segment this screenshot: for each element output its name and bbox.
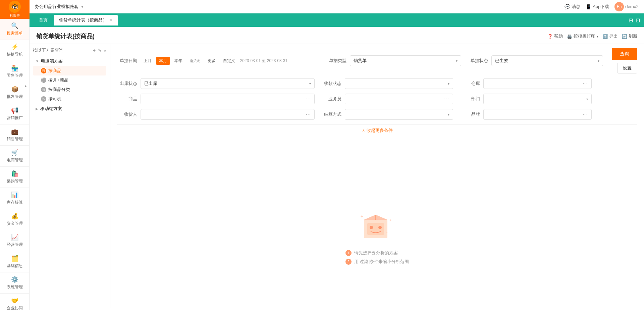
export-icon: ⬆️ <box>602 34 608 39</box>
sidebar-item-label: 批发管理 <box>7 94 23 100</box>
tab-sales-stat[interactable]: 销货单统计表（按商品） ✕ <box>54 15 118 25</box>
sidebar-item-sales[interactable]: 💼 销售管理 <box>0 124 29 146</box>
svg-text:✦: ✦ <box>386 231 388 234</box>
avatar: Ea <box>614 2 624 11</box>
scheme-item-label: 按商品分类 <box>48 87 70 93</box>
product-input[interactable]: ··· <box>141 94 315 104</box>
system-icon: ⚙️ <box>11 276 18 283</box>
product-dots-icon[interactable]: ··· <box>306 96 311 102</box>
filter-row-4: 收货人 ··· 结算方式 ▾ <box>117 109 637 120</box>
settle-method-input[interactable]: ▾ <box>345 109 453 120</box>
sidebar-item-enterprise[interactable]: 🤝 企业协同 <box>0 294 29 310</box>
tab-close-icon[interactable]: ✕ <box>109 18 112 22</box>
sidebar-item-ecom[interactable]: 🛒 电商管理 <box>0 146 29 167</box>
scheme-item-icon: 按 <box>41 96 46 102</box>
sidebar-item-quick-nav[interactable]: ⚡ 快捷导航 <box>0 40 29 61</box>
filter-date-group: 上月 本月 本年 近7天 更多 自定义 2023-03-01 至 2023-03… <box>141 57 320 65</box>
refresh-button[interactable]: 🔄 刷新 <box>622 33 637 39</box>
app-download-label: App下载 <box>593 4 609 10</box>
sidebar-item-label: 销售管理 <box>7 136 23 142</box>
tab-maximize-icon[interactable]: ⊡ <box>636 17 640 23</box>
sidebar-item-purchase[interactable]: 🛍️ 采购管理 <box>0 167 29 188</box>
scheme-add-icon[interactable]: + <box>93 48 96 53</box>
page-container: 销货单统计表(按商品) ❓ 帮助 🖨️ 按模板打印 ▾ ⬆️ 导出 <box>30 27 644 310</box>
sidebar-item-inventory[interactable]: 📊 库存核算 <box>0 188 29 209</box>
date-btn-7days[interactable]: 近7天 <box>187 57 203 65</box>
sidebar-item-finance[interactable]: 💰 资金管理 <box>0 209 29 230</box>
date-btn-this-year[interactable]: 本年 <box>171 57 185 65</box>
help-button[interactable]: ❓ 帮助 <box>547 33 563 39</box>
sidebar-item-marketing[interactable]: 📢 营销推广 <box>0 103 29 124</box>
brand-dots-icon[interactable]: ··· <box>583 111 588 117</box>
sidebar-item-wholesale[interactable]: 📦 批发管理 ▲ <box>0 82 29 103</box>
logo[interactable]: 🐯 标限贷 <box>0 0 30 19</box>
header-dropdown-icon[interactable]: ▾ <box>81 4 84 9</box>
empty-tip-2-num: 2 <box>345 259 352 265</box>
scheme-item-by-driver[interactable]: 按 按司机 <box>33 94 106 104</box>
scheme-group-mobile: ▶ 移动端方案 <box>33 104 106 114</box>
scheme-item-by-month-product[interactable]: 按月 按月+商品 <box>33 75 106 85</box>
sidebar-item-label: 快捷导航 <box>7 52 23 57</box>
svg-text:✦: ✦ <box>389 218 392 222</box>
doc-type-input[interactable]: 销货单 ▾ <box>350 55 462 66</box>
out-status-input[interactable]: 已出库 ▾ <box>141 78 315 89</box>
receive-status-input[interactable]: ▾ <box>345 78 453 89</box>
sidebar-item-system[interactable]: ⚙️ 系统管理 <box>0 272 29 294</box>
scheme-edit-icon[interactable]: ✎ <box>98 48 102 53</box>
scheme-group-mobile-header[interactable]: ▶ 移动端方案 <box>33 104 106 114</box>
filter-receive-status: 收款状态 ▾ <box>321 78 453 89</box>
date-btn-custom[interactable]: 自定义 <box>220 57 238 65</box>
scheme-item-by-category[interactable]: 按 按商品分类 <box>33 85 106 94</box>
content-area: 销货单统计表(按商品) ❓ 帮助 🖨️ 按模板打印 ▾ ⬆️ 导出 <box>30 27 644 310</box>
empty-tips: 1 请先选择要分析的方案 2 用[过滤]条件来缩小分析范围 <box>345 250 409 265</box>
sidebar-item-search[interactable]: 🔍 搜索菜单 <box>0 19 29 40</box>
app-download-button[interactable]: 📱 App下载 <box>586 4 609 10</box>
template-print-button[interactable]: 🖨️ 按模板打印 ▾ <box>567 33 598 39</box>
collapse-bar[interactable]: ∧ 收起更多条件 <box>117 124 637 136</box>
scheme-item-icon-by-product: 按 <box>41 68 46 73</box>
query-button[interactable]: 查询 <box>612 48 637 60</box>
scheme-group-pc-header[interactable]: ▼ 电脑端方案 <box>33 56 106 66</box>
receiver-dots-icon[interactable]: ··· <box>306 111 311 117</box>
sidebar-item-retail[interactable]: 🏪 零售管理 <box>0 61 29 82</box>
user-profile[interactable]: Ea demo2 <box>614 2 639 11</box>
settings-button[interactable]: 设置 <box>617 63 637 73</box>
quick-nav-icon: ⚡ <box>11 43 18 51</box>
tab-sales-stat-label: 销货单统计表（按商品） <box>59 17 107 23</box>
export-button[interactable]: ⬆️ 导出 <box>602 33 618 39</box>
header-left: 办公用品行业模拟账套 ▾ <box>35 4 84 10</box>
warehouse-dots-icon[interactable]: ··· <box>583 81 588 87</box>
enterprise-icon: 🤝 <box>11 297 18 304</box>
date-btn-this-month[interactable]: 本月 <box>156 57 170 65</box>
scheme-group-arrow: ▼ <box>36 59 39 63</box>
scheme-panel: 按以下方案查询 + ✎ « ▼ 电脑端方案 <box>30 44 110 308</box>
salesperson-input[interactable]: ··· <box>345 94 453 104</box>
date-btn-more[interactable]: 更多 <box>205 57 219 65</box>
scheme-collapse-icon[interactable]: « <box>104 48 106 53</box>
date-btn-last-month[interactable]: 上月 <box>141 57 155 65</box>
sidebar-item-basics[interactable]: 🗂️ 基础信息 <box>0 251 29 272</box>
filter-receiver: 收货人 ··· <box>117 109 315 120</box>
collapse-up-icon: ∧ <box>362 128 365 133</box>
empty-tip-1-num: 1 <box>345 250 352 256</box>
warehouse-input[interactable]: ··· <box>483 78 592 89</box>
settle-method-arrow-icon: ▾ <box>448 113 449 116</box>
message-button[interactable]: 💬 消息 <box>565 4 580 10</box>
filter-panel: 单据日期 上月 本月 本年 近7天 更多 自定义 <box>110 44 644 160</box>
sidebar-item-label: 资金管理 <box>7 221 23 226</box>
receiver-input[interactable]: ··· <box>141 109 315 120</box>
brand-input[interactable]: ··· <box>483 109 592 120</box>
salesperson-dots-icon[interactable]: ··· <box>444 96 449 102</box>
scheme-item-by-product[interactable]: 按 按商品 <box>33 66 106 75</box>
doc-status-input[interactable]: 已生效 ▾ <box>491 55 603 66</box>
avatar-text: Ea <box>617 4 622 9</box>
settle-method-label: 结算方式 <box>321 111 345 117</box>
sidebar-item-operations[interactable]: 📈 经营管理 <box>0 230 29 251</box>
scheme-item-label: 按月+商品 <box>48 77 68 83</box>
dept-input[interactable]: ▾ <box>483 94 592 104</box>
tab-minimize-icon[interactable]: ⊟ <box>629 17 633 23</box>
product-label: 商品 <box>117 96 141 102</box>
sidebar-item-label: 系统管理 <box>7 284 23 290</box>
page-actions: ❓ 帮助 🖨️ 按模板打印 ▾ ⬆️ 导出 🔄 刷新 <box>547 33 637 39</box>
tab-home[interactable]: 首页 <box>34 15 53 25</box>
